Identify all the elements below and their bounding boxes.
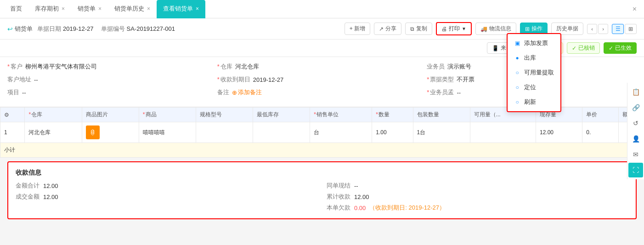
- dropdown-refresh[interactable]: ○ 刷新: [508, 95, 560, 109]
- check-icon: ✓: [572, 45, 576, 51]
- total-amount-value: 12.00: [43, 182, 58, 189]
- dropdown-locate[interactable]: ○ 定位: [508, 80, 560, 95]
- tab-bar: 首页 库存期初 × 销货单 × 销货单历史 × 查看销货单 × ×: [0, 0, 644, 18]
- project-group: 项目 --: [7, 88, 217, 97]
- row-spec: [196, 122, 253, 143]
- confirm-btn[interactable]: ✓ 已核销: [567, 42, 600, 54]
- dropdown-available[interactable]: ○ 可用量提取: [508, 65, 560, 80]
- ticket-value: 不开票: [457, 75, 475, 84]
- sidebar-icon-6[interactable]: ⛶: [628, 163, 643, 177]
- dropdown-menu: ▣ 添加发票 ● 出库 ○ 可用量提取 ○ 定位 ○ 刷新: [507, 33, 561, 112]
- customer-value: 柳州粤港平安气体有限公司: [25, 63, 97, 71]
- row-available: [470, 122, 536, 143]
- row-warehouse: 河北仓库: [25, 122, 82, 143]
- close-inventory-tab[interactable]: ×: [62, 6, 65, 12]
- sidebar-icon-1[interactable]: 📋: [628, 85, 643, 99]
- arrears-row: 本单欠款 0.00 （收款到期日: 2019-12-27）: [327, 204, 628, 212]
- cumulative-row: 累计收款 12.00: [327, 193, 628, 201]
- col-min-stock: 最低库存: [253, 108, 310, 122]
- tab-inventory[interactable]: 库存期初 ×: [28, 0, 71, 18]
- row-min-stock: [253, 122, 310, 143]
- close-sales-tab[interactable]: ×: [98, 6, 102, 12]
- subtotal-row: 小计: [0, 143, 644, 158]
- add-note-button[interactable]: ⊕ 添加备注: [232, 88, 262, 97]
- data-table: ⚙ *仓库 商品图片 *商品 规格型号 最低库存 *销售单位 *数量 包装数量 …: [0, 107, 644, 158]
- row-qty: 1.00: [372, 122, 413, 143]
- list-view-btn[interactable]: ☰: [612, 24, 624, 34]
- row-stock: 12.00: [536, 122, 582, 143]
- effective-icon: ✓: [609, 45, 613, 51]
- global-close-button[interactable]: ×: [629, 5, 640, 13]
- staff-value: 演示账号: [447, 63, 471, 71]
- doc-type: ↩ 销货单: [7, 25, 33, 33]
- settings-icon: ⚙: [4, 112, 9, 118]
- print-icon: 🖨: [441, 26, 447, 32]
- new-button[interactable]: + 新增: [345, 23, 370, 35]
- col-settings[interactable]: ⚙: [0, 108, 25, 122]
- row-pack-qty: 1台: [413, 122, 470, 143]
- subtotal-label: 小计: [0, 143, 644, 158]
- col-warehouse: *仓库: [25, 108, 82, 122]
- doc-actions: + 新增 ↗ 分享 ⧉ 复制 🖨 打印 ▼ 🚚 物流信息 ⊞ 操作: [345, 22, 637, 35]
- share-button[interactable]: ↗ 分享: [374, 23, 401, 35]
- salesman-value: --: [457, 89, 461, 96]
- view-toggle: ☰ ⊞: [612, 24, 637, 34]
- effective-btn[interactable]: ✓ 已生效: [604, 42, 637, 54]
- plus-icon: ⊕: [232, 89, 237, 96]
- row-unit: 台: [310, 122, 372, 143]
- total-amount-row: 金额合计 12.00: [16, 182, 317, 190]
- copy-icon: ⧉: [410, 26, 414, 32]
- dropdown-add-invoice[interactable]: ▣ 添加发票: [508, 36, 560, 51]
- doc-meta: 单据日期 2019-12-27 单据编号 SA-20191227-001: [37, 25, 175, 33]
- tab-sales-history[interactable]: 销货单历史 ×: [108, 0, 157, 18]
- transaction-value: 12.00: [43, 194, 58, 200]
- col-qty: *数量: [372, 108, 413, 122]
- product-image: 🛢: [86, 125, 100, 139]
- print-button[interactable]: 🖨 打印 ▼: [436, 22, 472, 35]
- square-icon: ▣: [514, 40, 520, 46]
- row-product: 嘻嘻嘻嘻: [139, 122, 196, 143]
- circle-icon2: ○: [514, 69, 520, 76]
- table-row: 1 河北仓库 🛢 嘻嘻嘻嘻 台 1.00 1台 12.00 0.: [0, 122, 644, 143]
- right-sidebar: 📋 🔗 ↺ 👤 ✉ ⛶: [627, 83, 644, 179]
- payment-date-value: 2019-12-27: [253, 76, 284, 83]
- sidebar-icon-3[interactable]: ↺: [628, 116, 643, 131]
- address-group: 客户地址 --: [7, 75, 217, 84]
- payment-info: 收款信息 金额合计 12.00 成交金额 12.00 同单现结 -- 累计收款: [7, 161, 637, 219]
- col-pack-qty: 包装数量: [413, 108, 470, 122]
- close-view-sales-tab[interactable]: ×: [196, 6, 199, 12]
- dropdown-outbound[interactable]: ● 出库: [508, 51, 560, 65]
- same-order-row: 同单现结 --: [327, 182, 628, 190]
- sidebar-icon-4[interactable]: 👤: [628, 131, 643, 146]
- grid-view-btn[interactable]: ⊞: [625, 24, 637, 34]
- col-product: *商品: [139, 108, 196, 122]
- share-icon: ↗: [379, 26, 384, 32]
- arrears-note: （收款到期日: 2019-12-27）: [369, 204, 445, 212]
- warehouse-group: *仓库 河北仓库: [217, 63, 427, 71]
- sidebar-icon-5[interactable]: ✉: [628, 147, 643, 162]
- row-unit-price: 0.: [582, 122, 618, 143]
- tab-home[interactable]: 首页: [4, 0, 28, 18]
- sidebar-icon-2[interactable]: 🔗: [628, 100, 643, 115]
- copy-button[interactable]: ⧉ 复制: [405, 23, 432, 35]
- phone-icon: 📱: [492, 45, 499, 51]
- next-arrow[interactable]: ›: [598, 24, 608, 34]
- nav-arrows: ‹ ›: [587, 24, 608, 34]
- prev-arrow[interactable]: ‹: [587, 24, 597, 34]
- data-table-wrapper: ⚙ *仓库 商品图片 *商品 规格型号 最低库存 *销售单位 *数量 包装数量 …: [0, 107, 644, 158]
- col-unit-price: 单价: [582, 108, 618, 122]
- cumulative-value: 12.00: [354, 194, 369, 200]
- tab-view-sales[interactable]: 查看销货单 ×: [157, 0, 205, 18]
- transaction-row: 成交金额 12.00: [16, 193, 317, 201]
- note-group: 备注 ⊕ 添加备注: [217, 88, 427, 97]
- same-order-value: --: [354, 182, 358, 189]
- tab-sales[interactable]: 销货单 ×: [71, 0, 108, 18]
- warehouse-value: 河北仓库: [235, 63, 259, 71]
- col-image: 商品图片: [82, 108, 139, 122]
- close-sales-history-tab[interactable]: ×: [147, 6, 150, 12]
- arrears-value: 0.00: [354, 205, 366, 211]
- payment-info-title: 收款信息: [16, 169, 628, 177]
- circle-icon3: ○: [514, 84, 520, 91]
- row-index: 1: [0, 122, 25, 143]
- customer-group: *客户 柳州粤港平安气体有限公司: [7, 63, 217, 71]
